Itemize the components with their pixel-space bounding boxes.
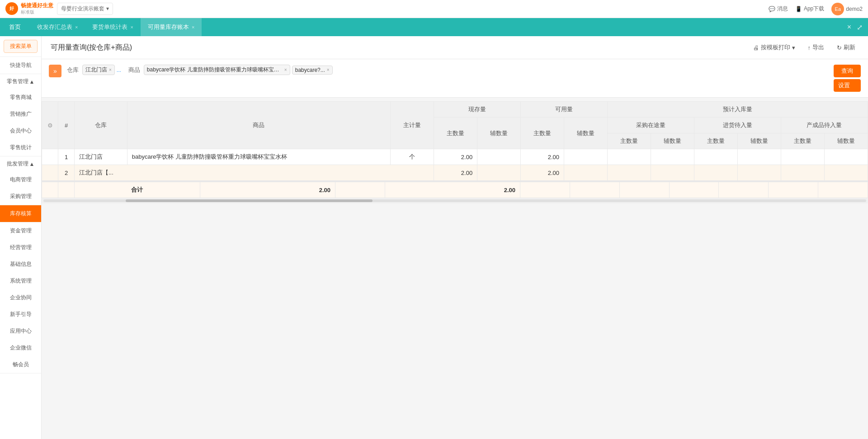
total-stock-main: 2.00 xyxy=(200,182,335,198)
sidebar-item-inventory-audit[interactable]: 库存核算 xyxy=(0,205,41,222)
warehouse-filter: 仓库 江北门店 × ... xyxy=(67,65,121,75)
expand-window-button[interactable]: ⤢ xyxy=(857,23,863,32)
table-settings-icon[interactable]: ⚙ xyxy=(47,122,53,129)
sidebar-item-retail-mgmt[interactable]: 零售管理 ▲ xyxy=(0,74,41,89)
cell-purchase-aux xyxy=(651,149,694,165)
sidebar: 搜索菜单 快捷导航 零售管理 ▲ 零售商城 营销推广 会员中心 零售统计 批发管… xyxy=(0,36,42,439)
total-incoming-aux xyxy=(719,182,769,198)
th-index: # xyxy=(58,102,75,149)
total-label: 合计 xyxy=(75,182,200,198)
logo-area: 好 畅捷通好生意 标准版 xyxy=(5,2,53,15)
subtotal-row: 2 江北门店【... 2.00 2.00 xyxy=(42,165,868,181)
print-icon: 🖨 xyxy=(753,44,759,51)
goods-filter-label: 商品 xyxy=(128,66,140,74)
cell-stock-aux xyxy=(477,149,521,165)
tab-order-stats[interactable]: 要货单统计表 × xyxy=(85,18,140,36)
tab-label: 收发存汇总表 xyxy=(37,23,72,31)
search-menu-button[interactable]: 搜索菜单 xyxy=(4,40,38,53)
scrollbar-thumb[interactable] xyxy=(126,199,373,202)
username-label: demo2 xyxy=(846,6,863,12)
th-settings[interactable]: ⚙ xyxy=(42,102,58,149)
close-tab-receivable[interactable]: × xyxy=(75,24,78,30)
horizontal-scrollbar[interactable] xyxy=(42,198,868,203)
goods-tag-close-2[interactable]: × xyxy=(327,67,330,72)
scrollbar-track xyxy=(43,199,866,202)
cell-unit: 个 xyxy=(391,149,434,165)
table-wrapper: ⚙ # 仓库 商品 主计量 现存量 可用量 预计入库量 主数量 辅 xyxy=(42,101,868,203)
filter-expand-button[interactable]: » xyxy=(49,65,61,77)
sidebar-item-enterprise-wechat[interactable]: 企业微信 xyxy=(0,340,41,356)
th-stock-aux: 辅数量 xyxy=(477,118,521,149)
app-download-button[interactable]: 📱 App下载 xyxy=(795,5,824,13)
sidebar-item-marketing[interactable]: 营销推广 xyxy=(0,106,41,123)
query-button[interactable]: 查询 xyxy=(834,65,861,77)
sidebar-item-ecommerce[interactable]: 电商管理 xyxy=(0,171,41,188)
export-icon: ↑ xyxy=(808,44,811,51)
th-purchase-group: 采购在途量 xyxy=(608,118,694,133)
sidebar-item-purchase[interactable]: 采购管理 xyxy=(0,188,41,205)
sidebar-item-basic-info[interactable]: 基础信息 xyxy=(0,256,41,273)
th-incoming-group: 进货待入量 xyxy=(694,118,781,133)
user-avatar-button[interactable]: Ea demo2 xyxy=(831,3,863,15)
sidebar-item-retail-stats[interactable]: 零售统计 xyxy=(0,139,41,156)
print-label: 按模板打印 xyxy=(761,43,790,52)
tag-text: 江北门店 xyxy=(85,66,107,74)
sidebar-section-wholesale: 批发管理 ▲ 电商管理 采购管理 xyxy=(0,156,41,205)
cell-settings xyxy=(42,149,58,165)
close-tab-order[interactable]: × xyxy=(130,24,133,30)
th-incoming-main: 主数量 xyxy=(694,133,737,149)
warehouse-tag-close[interactable]: × xyxy=(109,67,112,72)
sidebar-item-enterprise-collab[interactable]: 企业协同 xyxy=(0,289,41,306)
tab-label: 可用量库存账本 xyxy=(148,23,189,31)
export-label: 导出 xyxy=(812,43,824,52)
goods-tag-close-1[interactable]: × xyxy=(284,67,287,72)
sidebar-section-others: 资金管理 经营管理 基础信息 系统管理 企业协同 新手引导 应用中心 企业微信 … xyxy=(0,222,41,373)
chevron-icon: ▲ xyxy=(29,161,35,167)
nav-tabs: 首页 收发存汇总表 × 要货单统计表 × 可用量库存账本 × × ⤢ xyxy=(0,18,868,36)
settings-button[interactable]: 设置 xyxy=(834,79,861,92)
sidebar-item-member-center[interactable]: 会员中心 xyxy=(0,123,41,139)
app-label: App下载 xyxy=(804,5,824,13)
sidebar-item-operations[interactable]: 经营管理 xyxy=(0,239,41,256)
goods-tag-babycare2[interactable]: babycare?... × xyxy=(292,66,333,75)
sidebar-item-finance[interactable]: 资金管理 xyxy=(0,222,41,239)
subtotal-produce-aux xyxy=(824,165,868,181)
tab-home[interactable]: 首页 xyxy=(0,18,30,36)
sidebar-section-inventory: 库存核算 xyxy=(0,205,41,222)
export-button[interactable]: ↑ 导出 xyxy=(804,42,828,53)
subtotal-avail-main: 2.00 xyxy=(521,165,564,181)
close-tab-inventory[interactable]: × xyxy=(192,24,194,30)
sidebar-quick-nav: 快捷导航 xyxy=(0,57,41,74)
refresh-button[interactable]: ↻ 刷新 xyxy=(833,42,859,53)
sidebar-label: 批发管理 xyxy=(7,160,28,168)
sidebar-label: 零售管理 xyxy=(7,78,28,85)
subtotal-incoming-aux xyxy=(737,165,781,181)
message-button[interactable]: 💬 消息 xyxy=(769,5,788,13)
goods-tag-babycare[interactable]: babycare学饮杯 儿童防摔防撞吸管杯重力球吸嘴杯宝宝水杯 × xyxy=(144,65,290,75)
sidebar-item-member-vip[interactable]: 畅会员 xyxy=(0,356,41,373)
th-incoming-aux: 辅数量 xyxy=(737,133,781,149)
subtotal-stock-aux xyxy=(477,165,521,181)
tab-inventory-available[interactable]: 可用量库存账本 × xyxy=(141,18,202,36)
warehouse-filter-more[interactable]: ... xyxy=(117,67,121,73)
th-plan-in-group: 预计入库量 xyxy=(608,102,868,118)
print-button[interactable]: 🖨 按模板打印 ▾ xyxy=(750,42,799,53)
industry-selector[interactable]: 母婴行业演示账套 ▾ xyxy=(57,3,113,15)
th-goods: 商品 xyxy=(127,102,390,149)
sidebar-item-system[interactable]: 系统管理 xyxy=(0,273,41,289)
message-icon: 💬 xyxy=(769,6,775,12)
quick-nav-button[interactable]: 快捷导航 xyxy=(0,59,41,72)
warehouse-filter-label: 仓库 xyxy=(67,66,79,74)
sidebar-item-wholesale-mgmt[interactable]: 批发管理 ▲ xyxy=(0,156,41,171)
nav-right-actions: × ⤢ xyxy=(847,23,868,32)
cell-incoming-aux xyxy=(737,149,781,165)
warehouse-tag-jiangbei[interactable]: 江北门店 × xyxy=(82,65,115,75)
tab-receivable-summary[interactable]: 收发存汇总表 × xyxy=(30,18,85,36)
close-all-tabs-button[interactable]: × xyxy=(847,23,851,31)
subtotal-avail-aux xyxy=(564,165,608,181)
message-label: 消息 xyxy=(777,5,788,13)
sidebar-item-retail-mall[interactable]: 零售商城 xyxy=(0,89,41,106)
sidebar-item-app-center[interactable]: 应用中心 xyxy=(0,323,41,340)
sidebar-item-new-guide[interactable]: 新手引导 xyxy=(0,306,41,323)
th-produce-group: 产成品待入量 xyxy=(781,118,868,133)
